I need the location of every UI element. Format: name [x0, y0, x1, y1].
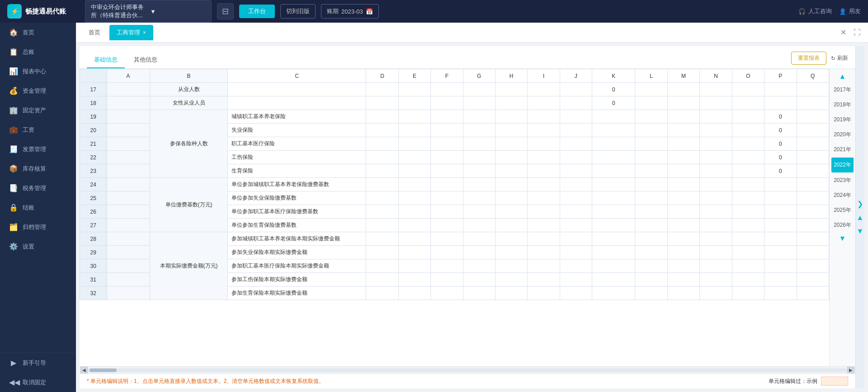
cell-23-p[interactable]: 0	[764, 164, 797, 178]
cell-27-d[interactable]	[366, 219, 398, 232]
cell-23-g[interactable]	[463, 164, 495, 178]
cell-17-l[interactable]	[635, 83, 667, 96]
cell-29-f[interactable]	[431, 246, 463, 259]
cell-22-j[interactable]	[560, 151, 592, 164]
year-2022[interactable]: 2022年	[831, 158, 854, 172]
cell-28-q[interactable]	[797, 232, 829, 246]
cell-18-n[interactable]	[700, 96, 732, 110]
sidebar-item-settings[interactable]: ⚙️ 设置	[0, 237, 76, 256]
cell-27-j[interactable]	[560, 219, 592, 232]
cell-31-q[interactable]	[797, 273, 829, 287]
cell-21-e[interactable]	[398, 137, 430, 151]
cell-24-j[interactable]	[560, 178, 592, 191]
cell-25-n[interactable]	[700, 191, 732, 205]
cell-26-p[interactable]	[764, 205, 797, 219]
cell-28-k[interactable]	[592, 232, 635, 246]
cell-31-n[interactable]	[700, 273, 732, 287]
cell-30-d[interactable]	[366, 259, 398, 273]
sidebar-item-archive[interactable]: 🗂️ 归档管理	[0, 217, 76, 237]
cell-26-o[interactable]	[732, 205, 764, 219]
cell-23-o[interactable]	[732, 164, 764, 178]
cell-19-p[interactable]: 0	[764, 110, 797, 124]
cell-31-c[interactable]: 参加工伤保险本期实际缴费金额	[228, 273, 366, 287]
cell-28-j[interactable]	[560, 232, 592, 246]
cell-22-q[interactable]	[797, 151, 829, 164]
right-panel-collapse-btn[interactable]: ❯	[855, 198, 864, 210]
cell-27-e[interactable]	[398, 219, 430, 232]
cell-25-a[interactable]	[107, 191, 150, 205]
cell-17-q[interactable]	[797, 83, 829, 96]
cell-23-j[interactable]	[560, 164, 592, 178]
sidebar-item-salary[interactable]: 💼 工资	[0, 120, 76, 139]
cell-28-o[interactable]	[732, 232, 764, 246]
cell-17-p[interactable]	[764, 83, 797, 96]
spreadsheet-wrapper[interactable]: A B C D E F G H I J	[80, 69, 829, 366]
cell-19-m[interactable]	[667, 110, 699, 124]
cell-26-c[interactable]: 单位参加职工基本医疗保险缴费基数	[228, 205, 366, 219]
cell-22-k[interactable]	[592, 151, 635, 164]
cell-22-f[interactable]	[431, 151, 463, 164]
cell-29-j[interactable]	[560, 246, 592, 259]
cell-18-m[interactable]	[667, 96, 699, 110]
cell-22-p[interactable]: 0	[764, 151, 797, 164]
cell-20-g[interactable]	[463, 124, 495, 137]
cell-19-q[interactable]	[797, 110, 829, 124]
cell-19-f[interactable]	[431, 110, 463, 124]
cell-24-e[interactable]	[398, 178, 430, 191]
cell-29-a[interactable]	[107, 246, 150, 259]
cell-26-n[interactable]	[700, 205, 732, 219]
cell-27-n[interactable]	[700, 219, 732, 232]
cell-20-h[interactable]	[495, 124, 527, 137]
cell-18-g[interactable]	[463, 96, 495, 110]
year-nav-down[interactable]: ▼	[830, 233, 855, 244]
cell-30-i[interactable]	[528, 259, 560, 273]
cell-28-e[interactable]	[398, 232, 430, 246]
cell-17-k[interactable]: 0	[592, 83, 635, 96]
company-selector[interactable]: 中审众环会计师事务所（特殊普通合伙... ▼	[85, 0, 212, 23]
cell-19-i[interactable]	[528, 110, 560, 124]
cell-32-c[interactable]: 参加生育保险本期实际缴费金额	[228, 287, 366, 300]
cell-23-k[interactable]	[592, 164, 635, 178]
cell-32-d[interactable]	[366, 287, 398, 300]
cell-23-e[interactable]	[398, 164, 430, 178]
year-2017[interactable]: 2017年	[830, 82, 855, 97]
sidebar-item-tax[interactable]: 📑 税务管理	[0, 178, 76, 198]
cell-30-e[interactable]	[398, 259, 430, 273]
cell-29-k[interactable]	[592, 246, 635, 259]
cell-21-d[interactable]	[366, 137, 398, 151]
close-all-button[interactable]: ✕	[839, 26, 848, 38]
cell-31-e[interactable]	[398, 273, 430, 287]
cell-21-j[interactable]	[560, 137, 592, 151]
cell-21-o[interactable]	[732, 137, 764, 151]
cell-29-i[interactable]	[528, 246, 560, 259]
year-2021[interactable]: 2021年	[830, 142, 855, 157]
year-2023[interactable]: 2023年	[830, 173, 855, 188]
tab-other-info[interactable]: 其他信息	[127, 52, 165, 68]
cell-19-e[interactable]	[398, 110, 430, 124]
cell-28-f[interactable]	[431, 232, 463, 246]
cell-29-g[interactable]	[463, 246, 495, 259]
cell-31-j[interactable]	[560, 273, 592, 287]
cell-28-c[interactable]: 参加城镇职工基本养老保险本期实际缴费金额	[228, 232, 366, 246]
cell-21-l[interactable]	[635, 137, 667, 151]
cell-18-l[interactable]	[635, 96, 667, 110]
cell-20-l[interactable]	[635, 124, 667, 137]
cell-32-i[interactable]	[528, 287, 560, 300]
cell-28-m[interactable]	[667, 232, 699, 246]
cell-27-a[interactable]	[107, 219, 150, 232]
cell-22-m[interactable]	[667, 151, 699, 164]
cell-20-i[interactable]	[528, 124, 560, 137]
cell-32-e[interactable]	[398, 287, 430, 300]
cell-31-i[interactable]	[528, 273, 560, 287]
cell-24-d[interactable]	[366, 178, 398, 191]
cell-18-e[interactable]	[398, 96, 430, 110]
cell-25-c[interactable]: 单位参加失业保险缴费基数	[228, 191, 366, 205]
cell-24-g[interactable]	[463, 178, 495, 191]
cell-23-q[interactable]	[797, 164, 829, 178]
cell-28-n[interactable]	[700, 232, 732, 246]
cell-21-q[interactable]	[797, 137, 829, 151]
cell-30-j[interactable]	[560, 259, 592, 273]
cell-30-n[interactable]	[700, 259, 732, 273]
cell-30-h[interactable]	[495, 259, 527, 273]
cell-18-k[interactable]: 0	[592, 96, 635, 110]
